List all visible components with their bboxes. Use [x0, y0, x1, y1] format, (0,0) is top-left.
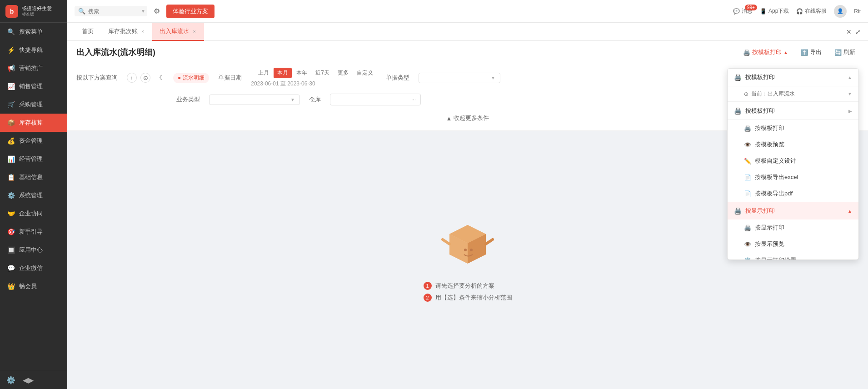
page-actions: 🖨️ 按模板打印 ▲ ⬆️ 导出 🔄 刷新 [739, 46, 859, 58]
template-print-action-item[interactable]: 🖨️ 按模板打印 [728, 120, 858, 136]
tab-batch-account-label: 库存批次账 [108, 27, 138, 35]
step-1-text: 请先选择要分析的方案 [435, 282, 494, 290]
sidebar-finance-label: 资金管理 [19, 137, 43, 145]
message-btn[interactable]: 💬 消息 99+ [733, 7, 753, 15]
template-print-action-label: 按模板打印 [755, 124, 784, 132]
sidebar-item-inventory[interactable]: 📦 库存核算 [0, 114, 67, 132]
tab-home[interactable]: 首页 [75, 23, 101, 41]
display-print-settings-label: 按显示打印设置 [755, 256, 796, 259]
refresh-btn[interactable]: 🔄 刷新 [831, 46, 859, 58]
date-this-month-btn[interactable]: 本月 [274, 68, 292, 78]
filter-active-tag[interactable]: ● 流水明细 [173, 73, 209, 83]
message-icon: 💬 [733, 8, 740, 15]
tabs-expand-icon[interactable]: ⤢ [855, 28, 861, 35]
template-preview-label: 按模板预览 [755, 140, 784, 149]
collapse-label: 收起更多条件 [454, 114, 489, 122]
display-preview-item[interactable]: 👁️ 按显示预览 [728, 236, 858, 252]
sidebar-wechat-label: 企业微信 [19, 264, 43, 272]
sidebar-collapse-icon[interactable]: ◀▶ [23, 376, 34, 384]
display-section-arrow: ▲ [848, 209, 852, 214]
sidebar-item-basic[interactable]: 📋 基础信息 [0, 168, 67, 186]
dropdown-scroll-up-icon[interactable]: ▲ [848, 75, 852, 80]
header-gear-icon[interactable]: ⚙ [154, 7, 160, 15]
sidebar-item-marketing[interactable]: 📢 营销推广 [0, 59, 67, 77]
template-export-excel-item[interactable]: 📄 按模板导出excel [728, 169, 858, 185]
sidebar-item-quick-nav[interactable]: ⚡ 快捷导航 [0, 41, 67, 59]
sidebar-item-apps[interactable]: 🔲 应用中心 [0, 241, 67, 259]
filter-add-icon[interactable]: + [127, 73, 137, 83]
sidebar-item-guide[interactable]: 🎯 新手引导 [0, 223, 67, 241]
date-custom-btn[interactable]: 自定义 [353, 68, 377, 78]
service-icon: 🎧 [796, 8, 803, 15]
sidebar-settings-icon[interactable]: ⚙️ [6, 376, 15, 384]
template-print-section-header[interactable]: 🖨️ 按模板打印 ▶ [728, 102, 858, 120]
print-template-label: 按模板打印 [752, 48, 782, 56]
header-search-dropdown-icon[interactable]: ▼ [141, 9, 145, 14]
step-1-num: 1 [424, 282, 432, 290]
filter-collapse-left-icon[interactable]: 《 [154, 73, 164, 83]
message-badge: 99+ [745, 5, 757, 10]
sidebar-search-label: 搜索菜单 [19, 28, 43, 36]
sidebar-item-sales[interactable]: 📈 销售管理 [0, 77, 67, 95]
tab-batch-account-close[interactable]: × [140, 28, 145, 35]
sidebar-search-icon: 🔍 [6, 27, 15, 36]
svg-line-7 [486, 239, 493, 244]
sidebar-system-label: 系统管理 [19, 191, 43, 199]
warehouse-more-icon: ··· [411, 96, 416, 103]
warehouse-select[interactable]: ··· [330, 94, 421, 105]
print-template-chevron: ▲ [783, 50, 788, 55]
sidebar-quick-nav-icon: ⚡ [6, 45, 15, 55]
sidebar-guide-label: 新手引导 [19, 228, 43, 236]
tab-inout-flow[interactable]: 出入库流水 × [152, 23, 204, 41]
step-2-num: 2 [424, 294, 432, 302]
template-print-action-icon: 🖨️ [744, 125, 751, 132]
step-2-text: 用【选】条件来缩小分析范围 [435, 294, 512, 302]
display-print-settings-item[interactable]: ⚙️ 按显示打印设置 [728, 252, 858, 259]
main-area: 🔍 ▼ ⚙ 体验行业方案 💬 消息 99+ 📱 App下载 🎧 在线客服 👤 R… [67, 0, 868, 389]
date-more-btn[interactable]: 更多 [334, 68, 352, 78]
print-template-btn[interactable]: 🖨️ 按模板打印 ▲ [739, 46, 792, 58]
date-7days-btn[interactable]: 近7天 [312, 68, 333, 78]
export-btn[interactable]: ⬆️ 导出 [797, 46, 825, 58]
sidebar-item-system[interactable]: ⚙️ 系统管理 [0, 186, 67, 204]
user-avatar[interactable]: 👤 [834, 5, 847, 18]
template-export-pdf-item[interactable]: 📄 按模板导出pdf [728, 185, 858, 202]
header-search-box[interactable]: 🔍 ▼ [75, 6, 147, 16]
sidebar-item-wechat[interactable]: 💬 企业微信 [0, 259, 67, 277]
display-preview-label: 按显示预览 [755, 240, 784, 248]
display-print-section-header[interactable]: 🖨️ 按显示打印 ▲ [728, 202, 858, 219]
receipt-type-select[interactable]: ▼ [419, 73, 500, 83]
service-label: 在线客服 [805, 7, 827, 15]
filter-actions: + ⊙ 《 [127, 73, 164, 83]
sidebar-purchase-label: 采购管理 [19, 100, 43, 109]
sidebar-item-operations[interactable]: 📊 经营管理 [0, 150, 67, 168]
filter-settings-icon[interactable]: ⊙ [140, 73, 150, 83]
template-design-item[interactable]: ✏️ 模板自定义设计 [728, 153, 858, 169]
date-prev-month-btn[interactable]: 上月 [254, 68, 273, 78]
display-print-action-item[interactable]: 🖨️ 按显示打印 [728, 219, 858, 236]
app-download-btn[interactable]: 📱 App下载 [760, 7, 789, 15]
sidebar-item-collab[interactable]: 🤝 企业协同 [0, 204, 67, 223]
sidebar-item-search[interactable]: 🔍 搜索菜单 [0, 23, 67, 41]
tabs-close-all-icon[interactable]: ✕ [846, 28, 852, 35]
sidebar-item-finance[interactable]: 💰 资金管理 [0, 132, 67, 150]
export-icon: ⬆️ [801, 49, 808, 56]
print-dropdown: 🖨️ 按模板打印 ▲ ⊙ 当前：出入库流水 ▼ 🖨️ [727, 68, 859, 260]
online-service-btn[interactable]: 🎧 在线客服 [796, 7, 827, 15]
template-export-excel-label: 按模板导出excel [755, 173, 798, 181]
current-selection-icon: ⊙ [744, 91, 748, 97]
filter-tag-icon: ● [178, 75, 181, 81]
tab-inout-flow-close[interactable]: × [192, 28, 196, 35]
header-search-input[interactable] [88, 8, 138, 15]
template-preview-item[interactable]: 👁️ 按模板预览 [728, 136, 858, 153]
sidebar-item-purchase[interactable]: 🛒 采购管理 [0, 95, 67, 114]
sidebar-apps-icon: 🔲 [6, 245, 15, 254]
industry-btn[interactable]: 体验行业方案 [166, 5, 215, 18]
sidebar-item-member[interactable]: 👑 畅会员 [0, 277, 67, 295]
header: 🔍 ▼ ⚙ 体验行业方案 💬 消息 99+ 📱 App下载 🎧 在线客服 👤 R… [67, 0, 868, 23]
tab-batch-account[interactable]: 库存批次账 × [101, 23, 152, 41]
collapse-filter-btn[interactable]: ▲ 收起更多条件 [446, 111, 489, 125]
biz-type-select[interactable]: ▼ [209, 95, 300, 105]
sidebar-operations-label: 经营管理 [19, 155, 43, 163]
date-this-year-btn[interactable]: 本年 [293, 68, 311, 78]
